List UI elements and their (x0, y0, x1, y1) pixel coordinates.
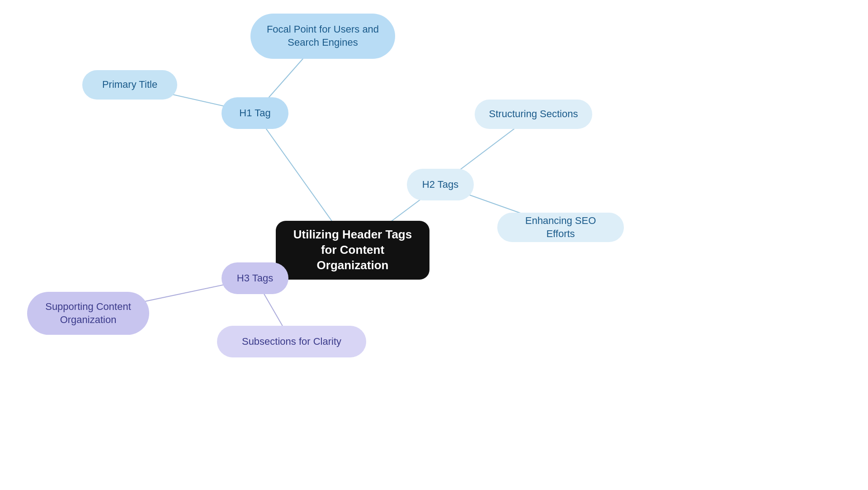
h2-tags-node: H2 Tags (407, 169, 474, 200)
focal-point-node: Focal Point for Users and Search Engines (250, 14, 395, 59)
structuring-sections-node: Structuring Sections (475, 100, 592, 129)
center-node: Utilizing Header Tags for Content Organi… (276, 221, 429, 280)
subsections-clarity-node: Subsections for Clarity (217, 326, 366, 357)
enhancing-seo-node: Enhancing SEO Efforts (497, 213, 624, 242)
primary-title-node: Primary Title (82, 70, 177, 100)
supporting-content-node: Supporting Content Organization (27, 292, 149, 335)
h3-tags-node: H3 Tags (222, 262, 288, 294)
h1-tag-node: H1 Tag (222, 97, 288, 129)
